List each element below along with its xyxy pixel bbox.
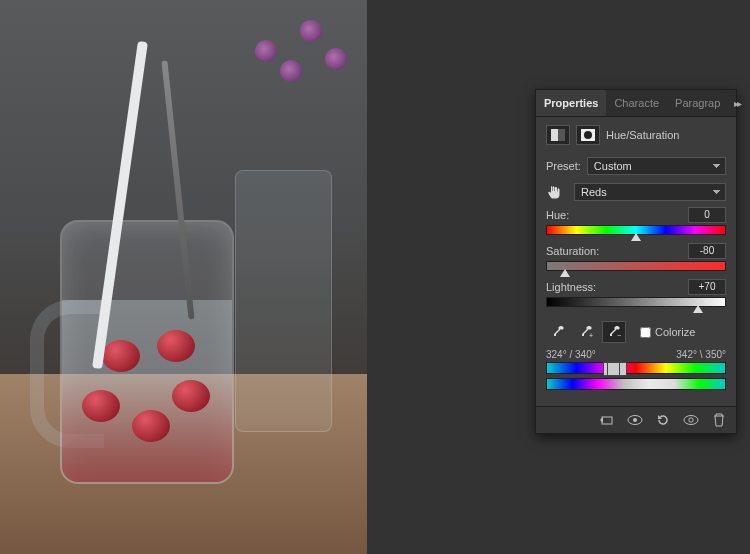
delete-adjustment-icon[interactable] <box>710 413 728 427</box>
eyedropper-subtract-button[interactable]: − <box>602 321 626 343</box>
lightness-slider[interactable] <box>546 297 726 307</box>
colorize-checkbox[interactable]: Colorize <box>640 326 695 338</box>
strawberry <box>102 340 140 372</box>
flower <box>325 48 347 70</box>
colorize-label: Colorize <box>655 326 695 338</box>
panel-footer <box>536 406 736 433</box>
color-range-bar-top[interactable] <box>546 362 726 374</box>
range-readout: 324° / 340° 342° \ 350° <box>536 347 736 362</box>
saturation-label: Saturation: <box>546 245 599 257</box>
panel-tabs: Properties Characte Paragrap ▸▸ ≡ <box>536 90 736 117</box>
svg-text:+: + <box>589 332 593 339</box>
flower <box>300 20 322 42</box>
colorize-input[interactable] <box>640 327 651 338</box>
targeted-adjust-icon[interactable] <box>546 184 568 200</box>
eyedropper-row: + − Colorize <box>536 313 736 347</box>
lightness-group: Lightness: +70 <box>536 277 736 313</box>
adjustment-title: Hue/Saturation <box>606 129 679 141</box>
channel-select[interactable]: Reds <box>574 183 726 201</box>
preset-label: Preset: <box>546 160 581 172</box>
saturation-value[interactable]: -80 <box>688 243 726 259</box>
view-previous-state-icon[interactable] <box>626 413 644 427</box>
adjustment-type-icon <box>546 125 570 145</box>
vase <box>235 170 332 432</box>
svg-rect-6 <box>602 417 612 424</box>
range-right: 342° \ 350° <box>676 349 726 360</box>
strawberry <box>157 330 195 362</box>
properties-panel: Properties Characte Paragrap ▸▸ ≡ Hue/Sa… <box>535 89 737 434</box>
tab-character[interactable]: Characte <box>606 90 667 116</box>
adjustment-header: Hue/Saturation <box>536 117 736 153</box>
eyedropper-add-button[interactable]: + <box>574 321 598 343</box>
saturation-slider[interactable] <box>546 261 726 271</box>
range-left: 324° / 340° <box>546 349 596 360</box>
hue-thumb[interactable] <box>631 233 641 241</box>
preset-select[interactable]: Custom <box>587 157 726 175</box>
lightness-thumb[interactable] <box>693 305 703 313</box>
eyedropper-button[interactable] <box>546 321 570 343</box>
toggle-visibility-icon[interactable] <box>682 413 700 427</box>
svg-point-8 <box>633 418 637 422</box>
svg-text:−: − <box>617 332 621 339</box>
hue-group: Hue: 0 <box>536 205 736 241</box>
strawberry <box>82 390 120 422</box>
range-marker-outer-right[interactable] <box>619 362 627 376</box>
svg-rect-1 <box>558 129 565 141</box>
svg-point-10 <box>689 418 693 422</box>
svg-point-9 <box>684 416 698 425</box>
svg-point-3 <box>584 131 592 139</box>
hue-value[interactable]: 0 <box>688 207 726 223</box>
layer-mask-icon <box>576 125 600 145</box>
flower <box>280 60 302 82</box>
clip-to-layer-icon[interactable] <box>598 413 616 427</box>
reset-adjustment-icon[interactable] <box>654 413 672 427</box>
saturation-thumb[interactable] <box>560 269 570 277</box>
tab-paragraph[interactable]: Paragrap <box>667 90 728 116</box>
strawberry <box>172 380 210 412</box>
document-canvas[interactable] <box>0 0 367 554</box>
strawberry <box>132 410 170 442</box>
tab-properties[interactable]: Properties <box>536 90 606 116</box>
mason-jar <box>60 220 234 484</box>
saturation-group: Saturation: -80 <box>536 241 736 277</box>
hue-slider[interactable] <box>546 225 726 235</box>
color-range-bar-bottom <box>546 378 726 390</box>
flower <box>255 40 277 62</box>
app-stage: Properties Characte Paragrap ▸▸ ≡ Hue/Sa… <box>0 0 750 554</box>
channel-row: Reds <box>536 179 736 205</box>
panel-menu-icon[interactable]: ≡ <box>746 90 750 116</box>
preset-row: Preset: Custom <box>536 153 736 179</box>
svg-rect-0 <box>551 129 558 141</box>
hue-label: Hue: <box>546 209 569 221</box>
collapse-panel-icon[interactable]: ▸▸ <box>728 98 746 109</box>
lightness-label: Lightness: <box>546 281 596 293</box>
lightness-value[interactable]: +70 <box>688 279 726 295</box>
